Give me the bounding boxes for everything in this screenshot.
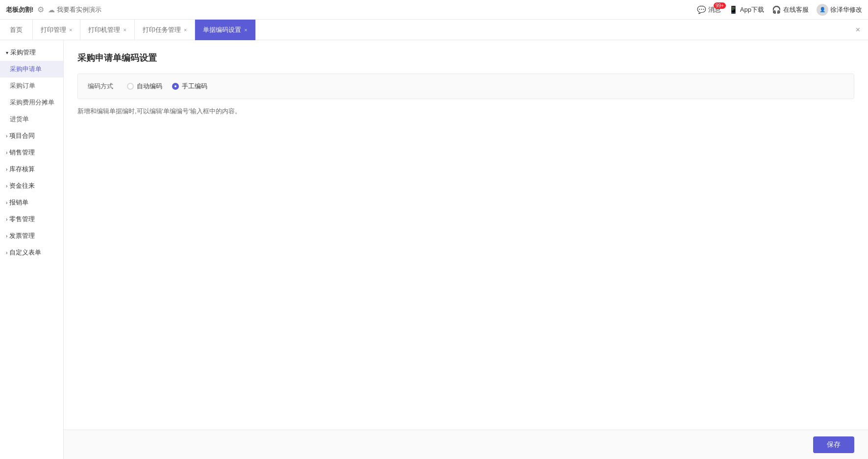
sidebar-group-sales-mgmt: › 销售管理: [0, 144, 63, 161]
radio-auto-code[interactable]: 自动编码: [127, 82, 162, 91]
radio-group: 自动编码 手工编码: [127, 82, 207, 91]
arrow-icon-4: ›: [6, 167, 7, 172]
tab-single-code-setting[interactable]: 单据编码设置 ×: [195, 20, 255, 40]
tab-print-task-mgmt[interactable]: 打印任务管理 ×: [135, 20, 195, 40]
page-title: 采购申请单编码设置: [77, 52, 854, 64]
arrow-icon-9: ›: [6, 250, 7, 255]
save-button[interactable]: 保存: [813, 436, 854, 453]
top-bar-right: 💬 消息 99+ 📱 App下载 🎧 在线客服 👤 徐泽华修改: [697, 4, 862, 16]
sidebar-group-title-project-contract[interactable]: › 项目合同: [0, 128, 63, 144]
sidebar-group-title-retail-mgmt[interactable]: › 零售管理: [0, 211, 63, 228]
sidebar-group-title-invoice-mgmt[interactable]: › 发票管理: [0, 228, 63, 244]
tab-printer-mgmt[interactable]: 打印机管理 ×: [80, 20, 134, 40]
message-icon: 💬: [697, 5, 706, 14]
app-icon: 📱: [729, 5, 738, 14]
close-all-tabs[interactable]: ×: [848, 26, 868, 34]
settings-icon[interactable]: ⚙: [37, 5, 44, 14]
arrow-icon-5: ›: [6, 183, 7, 189]
top-bar: 老板勿割! ⚙ ☁ 我要看实例演示 💬 消息 99+ 📱 App下载 🎧 在线客…: [0, 0, 868, 20]
info-text: 新增和编辑单据编时,可以编辑'单编编号'输入框中的内容。: [77, 107, 854, 116]
sidebar-item-purchase-request[interactable]: 采购申请单: [0, 61, 63, 77]
close-tab-single-code-setting[interactable]: ×: [244, 27, 247, 33]
radio-circle-auto[interactable]: [127, 83, 134, 90]
close-tab-print-task-mgmt[interactable]: ×: [184, 27, 187, 33]
arrow-icon-7: ›: [6, 217, 7, 222]
sidebar-group-title-sales-mgmt[interactable]: › 销售管理: [0, 144, 63, 161]
radio-circle-manual[interactable]: [172, 83, 179, 90]
message-badge: 99+: [714, 2, 726, 9]
top-bar-left: 老板勿割! ⚙ ☁ 我要看实例演示: [6, 5, 101, 14]
code-method-label: 编码方式: [88, 82, 117, 91]
sidebar-group-title-inventory-settle[interactable]: › 库存核算: [0, 161, 63, 178]
radio-manual-code[interactable]: 手工编码: [172, 82, 207, 91]
message-button[interactable]: 💬 消息 99+: [697, 5, 721, 14]
arrow-icon-8: ›: [6, 233, 7, 239]
sidebar-group-fund-flow: › 资金往来: [0, 178, 63, 194]
code-method-row: 编码方式 自动编码 手工编码: [88, 82, 844, 91]
content-footer: 保存: [64, 430, 868, 459]
sidebar: ▾ 采购管理 采购申请单 采购订单 采购费用分摊单 进货单 › 项目合同: [0, 40, 64, 459]
sidebar-item-purchase-fee-split[interactable]: 采购费用分摊单: [0, 94, 63, 111]
code-setting-section: 编码方式 自动编码 手工编码: [77, 74, 854, 99]
arrow-icon-6: ›: [6, 200, 7, 205]
tab-home[interactable]: 首页: [0, 20, 33, 40]
sidebar-group-invoice-mgmt: › 发票管理: [0, 228, 63, 244]
sidebar-group-purchase-mgmt: ▾ 采购管理 采购申请单 采购订单 采购费用分摊单 进货单: [0, 44, 63, 128]
avatar: 👤: [817, 4, 828, 16]
sidebar-group-project-contract: › 项目合同: [0, 128, 63, 144]
sidebar-group-retail-mgmt: › 零售管理: [0, 211, 63, 228]
sidebar-group-title-returns[interactable]: › 报销单: [0, 194, 63, 211]
tab-print-mgmt[interactable]: 打印管理 ×: [33, 20, 80, 40]
sidebar-group-returns: › 报销单: [0, 194, 63, 211]
close-tab-printer-mgmt[interactable]: ×: [123, 27, 126, 33]
arrow-icon-2: ›: [6, 133, 7, 139]
sidebar-item-purchase-order[interactable]: 采购订单: [0, 77, 63, 94]
app-download-button[interactable]: 📱 App下载: [729, 5, 764, 14]
online-service-button[interactable]: 🎧 在线客服: [772, 5, 809, 14]
sidebar-group-title-fund-flow[interactable]: › 资金往来: [0, 178, 63, 194]
demo-link[interactable]: ☁ 我要看实例演示: [48, 5, 101, 14]
sidebar-item-goods-receipt[interactable]: 进货单: [0, 111, 63, 128]
sidebar-group-title-purchase-mgmt[interactable]: ▾ 采购管理: [0, 44, 63, 61]
sidebar-group-inventory-settle: › 库存核算: [0, 161, 63, 178]
tab-bar: 首页 打印管理 × 打印机管理 × 打印任务管理 × 单据编码设置 × ×: [0, 20, 868, 40]
close-tab-print-mgmt[interactable]: ×: [69, 27, 72, 33]
content-main: 采购申请单编码设置 编码方式 自动编码 手工编码: [64, 40, 868, 430]
content-area: 采购申请单编码设置 编码方式 自动编码 手工编码: [64, 40, 868, 459]
logo-text: 老板勿割!: [6, 5, 33, 14]
sidebar-group-title-custom-forms[interactable]: › 自定义表单: [0, 244, 63, 261]
user-profile[interactable]: 👤 徐泽华修改: [817, 4, 862, 16]
arrow-icon-3: ›: [6, 150, 7, 155]
main-layout: ▾ 采购管理 采购申请单 采购订单 采购费用分摊单 进货单 › 项目合同: [0, 40, 868, 459]
sidebar-group-custom-forms: › 自定义表单: [0, 244, 63, 261]
arrow-icon: ▾: [6, 50, 8, 55]
service-icon: 🎧: [772, 5, 781, 14]
